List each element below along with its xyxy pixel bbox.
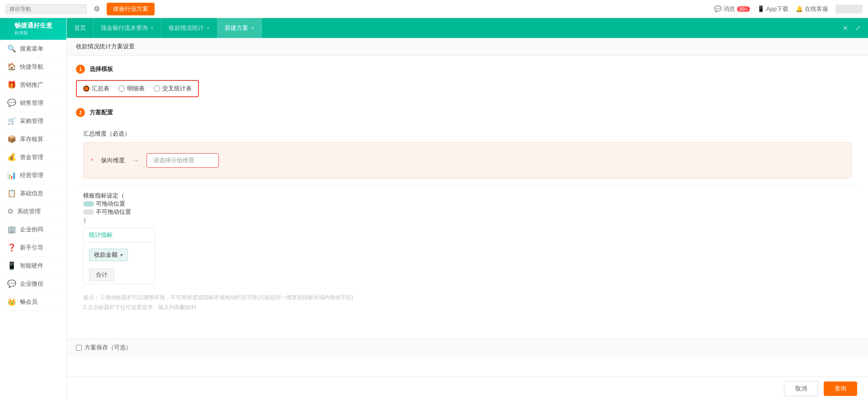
logo-text: 畅捷通好生意 [14,22,52,30]
money-icon: 💰 [7,153,16,161]
form-body: 1 选择模板 汇总表 明细表 [67,56,868,339]
member-icon: 👑 [7,297,16,306]
radio-detail[interactable]: 明细表 [118,85,145,93]
breadcrumb-input[interactable] [5,4,87,14]
sidebar-item-basic[interactable]: 📋 基础信息 [0,184,66,202]
page-title: 收款情况统计方案设置 [76,43,135,50]
save-option-checkbox[interactable] [76,345,82,351]
step2-header: 2 方案配置 [76,108,859,117]
fixed-hint-item: 不可拖动位置 [83,208,852,216]
form-header: 收款情况统计方案设置 [67,38,868,56]
sidebar-label-collab: 企业协同 [20,226,43,234]
main-layout: 畅捷通好生意 标准版 🔍 搜索菜单 🏠 快捷导航 🎁 营销推广 💬 销售管理 🛒… [0,18,868,400]
radio-cross-label: 交叉统计表 [162,85,192,93]
bottom-bar: 取消 查询 [67,376,868,400]
sidebar-item-system[interactable]: ⚙ 系统管理 [0,202,66,221]
dimension-section-title: 汇总维度（必选） [83,130,852,138]
sidebar-item-search[interactable]: 🔍 搜索菜单 [0,40,66,58]
step1-number: 1 [76,65,85,74]
form-footer: 方案保存（可选） [67,339,868,356]
messages-action[interactable]: 💬 消息 99+ [714,5,750,13]
sidebar-item-purchase[interactable]: 🛒 采购管理 [0,112,66,130]
sidebar-item-finance[interactable]: 💰 资金管理 [0,148,66,166]
hardware-icon: 📱 [7,261,16,270]
tab-receipt-close[interactable]: × [207,25,210,31]
tab-cashflow-label: 现金银行流水查询 [101,24,148,32]
metrics-header: 模板指标设定（ 可拖动位置 不可拖动位置 ） [83,192,852,224]
tab-home-label: 首页 [74,24,86,32]
service-icon: 🔔 [796,5,803,12]
form-container: 收款情况统计方案设置 1 选择模板 汇总表 [67,38,868,376]
radio-cross-input[interactable] [154,85,160,92]
query-button[interactable]: 查询 [824,381,857,396]
sidebar-label-sales: 销售管理 [20,99,43,107]
clipboard-icon: 📋 [7,189,16,198]
radio-summary[interactable]: 汇总表 [83,85,109,93]
step1-header: 1 选择模板 [76,65,859,74]
sidebar: 畅捷通好生意 标准版 🔍 搜索菜单 🏠 快捷导航 🎁 营销推广 💬 销售管理 🛒… [0,18,67,400]
template-select-area: 汇总表 明细表 交叉统计表 [76,80,199,97]
tip-2: 2.点击标题栏下拉可设置排序、插入列和删除列 [83,303,852,313]
radio-summary-label: 汇总表 [92,85,109,93]
tab-cashflow-close[interactable]: × [151,25,154,31]
tab-home[interactable]: 首页 [67,18,94,38]
download-action[interactable]: 📱 App下载 [757,5,788,13]
step2-title: 方案配置 [90,108,113,117]
stats-label: 统计指标 [84,228,155,242]
gear-button[interactable]: ⚙ [90,3,103,15]
home-icon: 🏠 [7,62,16,71]
sidebar-item-member[interactable]: 👑 畅会员 [0,293,66,311]
save-option-label[interactable]: 方案保存（可选） [76,344,132,352]
tab-close-button[interactable]: ✕ [841,23,850,33]
radio-detail-label: 明细表 [127,85,145,93]
sidebar-label-operation: 经营管理 [20,171,43,179]
step2-number: 2 [76,108,85,117]
sidebar-label-system: 系统管理 [17,207,41,216]
sidebar-label-guide: 新手引导 [20,244,43,252]
sidebar-item-wechat[interactable]: 💬 企业微信 [0,275,66,293]
tab-new-plan[interactable]: 新建方案 × [217,18,262,38]
search-icon: 🔍 [7,44,16,53]
gear-icon: ⚙ [94,5,100,13]
download-icon: 📱 [757,5,764,12]
collab-icon: 🏢 [7,225,16,234]
sidebar-item-guide[interactable]: ❓ 新手引导 [0,239,66,257]
sidebar-item-operation[interactable]: 📊 经营管理 [0,166,66,184]
metrics-section: 模板指标设定（ 可拖动位置 不可拖动位置 ） [76,185,859,319]
radio-summary-input[interactable] [83,85,90,92]
user-avatar[interactable] [835,5,863,14]
page-content: 收款情况统计方案设置 1 选择模板 汇总表 [67,38,868,376]
fixed-hint-text: 不可拖动位置 [96,208,131,216]
sidebar-item-collab[interactable]: 🏢 企业协同 [0,221,66,239]
tab-cashflow[interactable]: 现金银行流水查询 × [94,18,161,38]
metrics-tips: 提示： 1.拖动标题栏可以调整布局，不可跨维度或指标区域拖动栏目字段(只能在同一… [83,293,852,312]
sidebar-label-inventory: 库存核算 [20,135,43,143]
radio-detail-input[interactable] [118,85,125,92]
sidebar-item-marketing[interactable]: 🎁 营销推广 [0,76,66,94]
header-left: ⚙ 体验行业方案 [5,3,711,15]
sidebar-item-sales[interactable]: 💬 销售管理 [0,94,66,112]
sidebar-label-search: 搜索菜单 [20,45,43,53]
tab-new-plan-close[interactable]: × [251,25,254,31]
metrics-table: 统计指标 收款金额 ▾ 合计 [83,228,156,284]
radio-cross[interactable]: 交叉统计表 [154,85,192,93]
chevron-down-icon: ▾ [120,252,123,258]
dimension-select-button[interactable]: 请选择分组维度 [146,153,219,168]
sidebar-item-nav[interactable]: 🏠 快捷导航 [0,58,66,76]
tab-receipt[interactable]: 收款情况统计 × [161,18,217,38]
metric-sub-container: 合计 [84,264,155,284]
sidebar-item-hardware[interactable]: 📱 智能硬件 [0,257,66,275]
service-action[interactable]: 🔔 在线客服 [796,5,828,13]
draggable-hint-text: 可拖动位置 [96,200,125,208]
system-icon: ⚙ [7,207,14,216]
industry-button[interactable]: 体验行业方案 [107,3,155,15]
service-label: 在线客服 [805,5,828,13]
draggable-dot [83,201,94,207]
dimension-area: * 纵向维度 → 请选择分组维度 [83,142,852,179]
sidebar-label-marketing: 营销推广 [20,81,43,89]
tab-expand-button[interactable]: ⤢ [854,23,863,33]
metric-tag-receipt[interactable]: 收款金额 ▾ [89,249,128,261]
cancel-button[interactable]: 取消 [784,381,818,396]
header-right: 💬 消息 99+ 📱 App下载 🔔 在线客服 [714,5,863,14]
sidebar-item-inventory[interactable]: 📦 库存核算 [0,130,66,148]
